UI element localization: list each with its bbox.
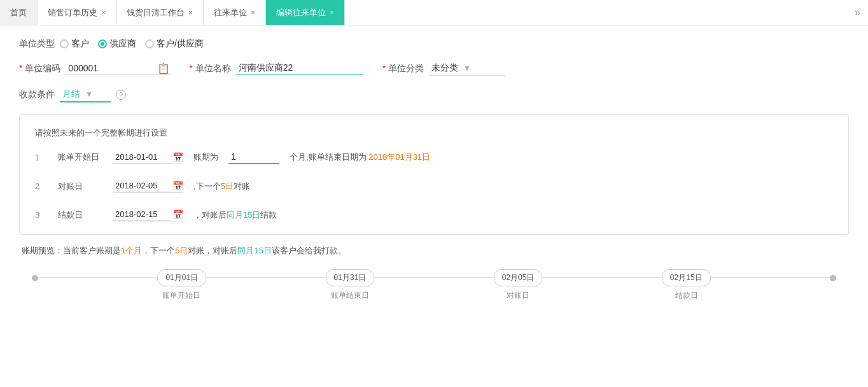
period-label-1: 账单开始日: [58, 151, 102, 163]
timeline-end-dot: [830, 275, 836, 281]
close-tab-cash-work[interactable]: ×: [188, 8, 193, 17]
tab-cash-work-label: 钱货日清工作台: [127, 7, 185, 18]
preview-mid2: 对账，对账后: [188, 246, 237, 255]
payment-help-icon[interactable]: ?: [116, 90, 126, 100]
period-row-1: 1 账单开始日 📅 账期为 个月,账单结束日期为 2018年01月31日: [35, 150, 833, 164]
unit-category-value: 未分类: [429, 61, 461, 75]
radio-customer[interactable]: 客户: [60, 38, 89, 50]
timeline-label-2-container: 账单结束日: [325, 290, 375, 301]
preview-prefix: 账期预览：当前客户账期是: [22, 246, 121, 255]
unit-info-row: 单位编码 📋 单位名称 单位分类 未分类 ▼: [19, 61, 849, 76]
radio-both-label: 客户/供应商: [157, 38, 204, 50]
tab-counterparty-label: 往来单位: [214, 7, 247, 18]
timeline-pill-3: 02月05日: [494, 269, 543, 286]
period-date-3-wrapper: 📅: [113, 208, 183, 222]
tab-cash-work[interactable]: 钱货日清工作台 ×: [116, 0, 204, 25]
preview-months: 1个月: [121, 246, 142, 255]
unit-category-chevron: ▼: [463, 64, 471, 73]
tab-counterparty[interactable]: 往来单位 ×: [204, 0, 266, 25]
tab-home[interactable]: 首页: [0, 0, 38, 25]
timeline-label-2: 账单结束日: [331, 290, 369, 301]
timeline-node-1: 01月01日: [157, 269, 206, 286]
period-date-1-icon[interactable]: 📅: [172, 152, 183, 162]
period-row-3: 3 结款日 📅 ，对账后同月15日结款: [35, 208, 833, 222]
period-day-highlight: 5日: [221, 181, 234, 191]
unit-category-select[interactable]: 未分类 ▼: [429, 61, 505, 76]
period-date-3-icon[interactable]: 📅: [172, 209, 183, 220]
tab-sales-history-label: 销售订单历史: [48, 7, 97, 18]
payment-condition-select[interactable]: 月结 ▼: [60, 87, 111, 102]
timeline-container: 01月01日 01月31日 02月05日 02月15日: [19, 269, 849, 301]
timeline-pill-4: 02月15日: [662, 269, 711, 286]
period-end-date-highlight: 2018年01月31日: [368, 152, 430, 162]
tabs-bar: 首页 销售订单历史 × 钱货日清工作台 × 往来单位 × 编辑往来单位 × »: [0, 0, 868, 25]
period-date-1-wrapper: 📅: [113, 151, 183, 164]
unit-code-field: 单位编码 📋: [19, 62, 170, 75]
radio-supplier[interactable]: 供应商: [98, 38, 136, 50]
period-date-1-input[interactable]: [113, 151, 170, 164]
period-date-2-wrapper: 📅: [113, 179, 183, 193]
payment-condition-field: 收款条件 月结 ▼ ?: [19, 87, 126, 102]
unit-type-label: 单位类型: [19, 38, 55, 50]
timeline-label-4-container: 结款日: [661, 290, 712, 301]
period-desc-1-after-text: 个月,账单结束日期为: [290, 152, 367, 162]
timeline-node-3: 02月05日: [494, 269, 543, 286]
period-num-1: 1: [35, 153, 48, 162]
preview-suffix: 该客户会给我打款。: [272, 246, 346, 255]
period-date-3-input[interactable]: [113, 208, 170, 221]
payment-condition-value: 月结: [60, 87, 83, 101]
unit-code-icon[interactable]: 📋: [157, 62, 170, 74]
timeline-label-1: 账单开始日: [162, 290, 200, 301]
timeline-label-4: 结款日: [675, 290, 698, 301]
tabs-expand-button[interactable]: »: [847, 7, 868, 18]
period-num-2: 2: [35, 181, 48, 191]
period-box-title: 请按照未来的一个完整帐期进行设置: [35, 127, 833, 139]
tab-edit-counterparty[interactable]: 编辑往来单位 ×: [266, 0, 345, 25]
period-desc-1-after: 个月,账单结束日期为 2018年01月31日: [290, 151, 430, 163]
timeline-labels: 账单开始日 账单结束日 对账日 结款日: [32, 290, 836, 301]
unit-name-input[interactable]: [236, 62, 363, 75]
radio-both[interactable]: 客户/供应商: [145, 38, 204, 50]
period-date-2-input[interactable]: [113, 179, 170, 192]
period-desc-2-before: ,下一个: [193, 181, 221, 191]
timeline-segment-4: [542, 278, 661, 278]
radio-supplier-circle: [98, 39, 107, 48]
period-label-3: 结款日: [58, 209, 102, 221]
close-tab-counterparty[interactable]: ×: [251, 8, 255, 17]
radio-customer-label: 客户: [71, 38, 89, 50]
period-desc-2: ,下一个5日对账: [193, 181, 250, 192]
page-content: 单位类型 客户 供应商 客户/供应商 单位编码: [0, 25, 868, 387]
period-desc-3-before: ，对账后: [193, 210, 227, 220]
timeline-row: 01月01日 01月31日 02月05日 02月15日: [32, 269, 836, 286]
preview-day: 5日: [175, 246, 188, 255]
period-num-3: 3: [35, 210, 48, 220]
timeline-pill-1: 01月01日: [157, 269, 206, 286]
unit-code-input[interactable]: [66, 62, 155, 74]
period-months-input[interactable]: [228, 150, 279, 164]
unit-type-radio-group: 客户 供应商 客户/供应商: [60, 38, 204, 50]
unit-code-label: 单位编码: [19, 63, 60, 74]
timeline-segment-5: [711, 278, 830, 278]
close-tab-edit-counterparty[interactable]: ×: [330, 8, 334, 17]
tab-edit-counterparty-label: 编辑往来单位: [276, 7, 326, 18]
unit-name-label: 单位名称: [189, 63, 230, 74]
period-desc-3-after: 结款: [260, 210, 277, 220]
payment-condition-chevron: ▼: [85, 90, 93, 99]
period-date-2-icon[interactable]: 📅: [172, 181, 183, 191]
period-payment-highlight: 同月15日: [227, 210, 260, 220]
payment-row: 收款条件 月结 ▼ ?: [19, 87, 849, 102]
period-desc-1-before: 账期为: [193, 151, 218, 163]
unit-type-field: 单位类型 客户 供应商 客户/供应商: [19, 38, 204, 50]
period-row-2: 2 对账日 📅 ,下一个5日对账: [35, 179, 833, 193]
unit-name-field: 单位名称: [189, 62, 363, 75]
timeline-label-3: 对账日: [507, 290, 529, 301]
payment-condition-label: 收款条件: [19, 89, 55, 101]
tab-home-label: 首页: [10, 7, 27, 18]
preview-payment-day: 同月15日: [237, 246, 271, 255]
close-tab-sales-history[interactable]: ×: [101, 8, 106, 17]
tab-sales-history[interactable]: 销售订单历史 ×: [38, 0, 116, 25]
radio-customer-circle: [60, 39, 69, 48]
timeline-segment-3: [374, 278, 493, 278]
preview-mid1: ，下一个: [142, 246, 175, 255]
timeline-segment-2: [206, 278, 325, 278]
